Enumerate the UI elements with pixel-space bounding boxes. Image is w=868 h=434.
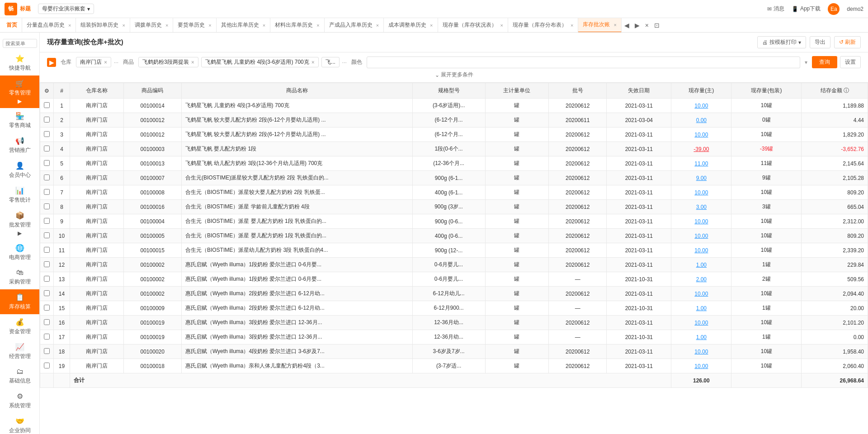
tab-close-xianzai1[interactable]: × [500,23,503,28]
row-checkbox[interactable] [44,131,50,137]
tab-close-chengben[interactable]: × [430,23,433,28]
row-qty-main[interactable]: 1.00 [671,258,731,272]
tab-yaohe[interactable]: 要货单历史 × [173,18,216,33]
row-check[interactable] [40,258,54,272]
tab-fenpan[interactable]: 分量盘点单历史 × [22,18,76,33]
warehouse-tag[interactable]: 南岸门店 × [76,57,111,67]
row-qty-main[interactable]: 3.00 [671,200,731,214]
row-check[interactable] [40,142,54,156]
row-qty-main[interactable]: 10.00 [671,214,731,229]
row-checkbox[interactable] [44,319,50,325]
row-qty-main[interactable]: 1.00 [671,330,731,344]
sidebar-item-shortcut[interactable]: ⭐ 快捷导航 [0,51,40,75]
sidebar-item-system[interactable]: ⚙ 系统管理 [0,388,40,413]
sidebar-item-retail-stat[interactable]: 📊 零售统计 [0,183,40,208]
row-check[interactable] [40,301,54,316]
sidebar-item-collab[interactable]: 🤝 企业协同 [0,413,40,434]
warehouse-more[interactable]: ··· [114,59,118,66]
row-check[interactable] [40,287,54,301]
tab-qita[interactable]: 其他出库单历史 × [217,18,270,33]
tab-close-tiaopi[interactable]: × [165,23,168,28]
sidebar-item-member[interactable]: 👤 会员中心 [0,158,40,183]
row-check[interactable] [40,127,54,142]
row-check[interactable] [40,214,54,229]
row-check[interactable] [40,113,54,127]
app-download-button[interactable]: 📱 App下载 [792,5,821,13]
row-check[interactable] [40,200,54,214]
row-checkbox[interactable] [44,146,50,151]
row-qty-main[interactable]: 10.00 [671,316,731,330]
row-checkbox[interactable] [44,348,50,354]
row-check[interactable] [40,272,54,287]
color-filter-input[interactable] [367,57,800,68]
tab-pieci[interactable]: 库存批次账 × [578,18,621,33]
sidebar-item-wholesale[interactable]: 📦 批发管理 ▶ [0,208,40,240]
product-tag-2[interactable]: 飞鹤星飞帆 儿童奶粉 4段(3-6岁适用) 700克 × [201,57,319,67]
row-checkbox[interactable] [44,203,50,209]
row-checkbox[interactable] [44,218,50,224]
workspace-selector[interactable]: 母婴行业演示账套 ▾ [38,4,94,14]
row-qty-main[interactable]: 10.00 [671,185,731,200]
row-qty-main[interactable]: 9.00 [671,171,731,185]
export-button[interactable]: 导出 [810,36,830,48]
row-qty-main[interactable]: 10.00 [671,99,731,113]
search-input[interactable] [3,39,37,48]
row-check[interactable] [40,171,54,185]
row-check[interactable] [40,344,54,359]
row-checkbox[interactable] [44,363,50,368]
row-checkbox[interactable] [44,261,50,267]
tab-zuche[interactable]: 组装拆卸单历史 × [76,18,130,33]
row-checkbox[interactable] [44,232,50,238]
product-more[interactable]: ··· [342,59,347,66]
row-checkbox[interactable] [44,334,50,340]
expand-more-button[interactable]: ⌄ 展开更多条件 [435,71,473,79]
sidebar-item-finance[interactable]: 💰 资金管理 [0,314,40,339]
row-qty-main[interactable]: 1.00 [671,301,731,316]
row-checkbox[interactable] [44,117,50,123]
sidebar-item-retail-shop[interactable]: 🏪 零售商城 [0,108,40,133]
row-checkbox[interactable] [44,189,50,195]
tab-close-xianzai2[interactable]: × [571,23,573,28]
tab-close-cailiao[interactable]: × [316,23,319,28]
settings-button[interactable]: 设置 [840,56,861,68]
row-qty-main[interactable]: 10.00 [671,287,731,301]
row-checkbox[interactable] [44,276,50,282]
sidebar-item-ecommerce[interactable]: 🌐 电商管理 [0,240,40,265]
tab-cailiao[interactable]: 材料出库单历史 × [270,18,324,33]
row-qty-main[interactable]: 10.00 [671,243,731,258]
sidebar-item-ops[interactable]: 📈 经营管理 [0,339,40,364]
tab-close-all-btn[interactable]: × [642,18,651,33]
row-check[interactable] [40,243,54,258]
sidebar-item-basic[interactable]: 🗂 基础信息 [0,364,40,388]
row-check[interactable] [40,229,54,243]
table-container[interactable]: ⚙ # 仓库名称 商品编码 商品名称 规格型号 主计量单位 批号 失效日期 现存… [40,83,868,434]
sidebar-item-inventory[interactable]: 📋 库存核算 [0,289,40,314]
tab-close-zuche[interactable]: × [122,23,125,28]
row-qty-main[interactable]: 11.00 [671,156,731,171]
row-checkbox[interactable] [44,160,50,166]
row-check[interactable] [40,99,54,113]
tab-close-qita[interactable]: × [263,23,265,28]
tab-xianzai2[interactable]: 现存量（库存分布表） × [508,18,578,33]
sidebar-item-retail-mgmt[interactable]: 🛒 零售管理 ▶ [0,75,40,108]
avatar[interactable]: Ea [828,3,840,15]
row-qty-main[interactable]: 2.00 [671,272,731,287]
tab-close-pieci[interactable]: × [613,22,616,28]
row-checkbox[interactable] [44,247,50,253]
tab-expand-btn[interactable]: ⊡ [651,18,662,33]
product-tag-1[interactable]: 飞鹤奶粉3段两提装 × [138,57,198,67]
query-button[interactable]: 查询 [812,56,837,68]
tab-xianzai1[interactable]: 现存量（库存状况表） × [438,18,508,33]
product-tag-2-remove[interactable]: × [311,59,315,66]
message-button[interactable]: ✉ 消息 [767,5,784,13]
filter-expand-button[interactable]: ▶ [47,58,56,67]
row-check[interactable] [40,316,54,330]
row-checkbox[interactable] [44,290,50,296]
row-checkbox[interactable] [44,305,50,311]
row-check[interactable] [40,330,54,344]
row-check[interactable] [40,156,54,171]
sidebar-item-marketing[interactable]: 📢 营销推广 [0,133,40,158]
th-settings[interactable]: ⚙ [40,83,54,99]
product-tag-1-remove[interactable]: × [191,59,194,66]
tab-close-yaohe[interactable]: × [208,23,211,28]
